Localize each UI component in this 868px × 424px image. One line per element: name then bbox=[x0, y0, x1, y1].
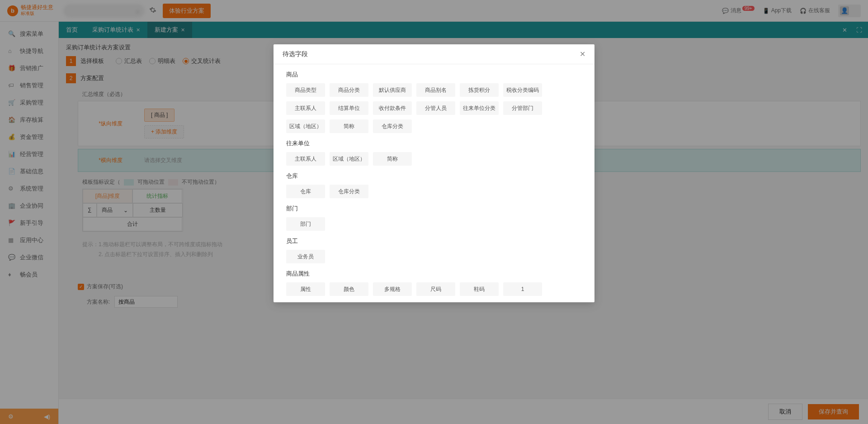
field-chip[interactable]: 业务员 bbox=[286, 250, 325, 263]
field-chip[interactable]: 主联系人 bbox=[286, 152, 325, 166]
field-chip[interactable]: 结算单位 bbox=[330, 101, 368, 115]
field-chip[interactable]: 仓库分类 bbox=[330, 185, 368, 198]
field-group-2: 仓库仓库仓库分类 bbox=[286, 172, 582, 198]
field-chip[interactable]: 往来单位分类 bbox=[460, 101, 499, 115]
field-chip[interactable]: 拣货积分 bbox=[460, 83, 499, 97]
field-group-0: 商品商品类型商品分类默认供应商商品别名拣货积分税收分类编码主联系人结算单位收付款… bbox=[286, 71, 582, 133]
field-chip[interactable]: 颜色 bbox=[330, 282, 368, 296]
field-chip[interactable]: 商品分类 bbox=[330, 83, 368, 97]
field-group-3: 部门部门 bbox=[286, 205, 582, 231]
field-group-5: 商品属性属性颜色多规格尺码鞋码1 bbox=[286, 270, 582, 296]
modal-close-icon[interactable]: ✕ bbox=[580, 50, 585, 58]
field-chip[interactable]: 简称 bbox=[330, 119, 368, 133]
modal-body: 商品商品类型商品分类默认供应商商品别名拣货积分税收分类编码主联系人结算单位收付款… bbox=[274, 64, 594, 302]
field-group-title: 商品属性 bbox=[286, 270, 582, 278]
field-chip[interactable]: 主联系人 bbox=[286, 101, 325, 115]
field-chip[interactable]: 仓库 bbox=[286, 185, 325, 198]
field-chip[interactable]: 分管人员 bbox=[416, 101, 455, 115]
field-group-title: 仓库 bbox=[286, 172, 582, 180]
field-selector-modal: 待选字段 ✕ 商品商品类型商品分类默认供应商商品别名拣货积分税收分类编码主联系人… bbox=[274, 44, 594, 302]
field-chip[interactable]: 分管部门 bbox=[503, 101, 542, 115]
field-chip[interactable]: 税收分类编码 bbox=[503, 83, 542, 97]
field-group-title: 员工 bbox=[286, 237, 582, 245]
field-group-title: 商品 bbox=[286, 71, 582, 79]
field-chip[interactable]: 收付款条件 bbox=[373, 101, 412, 115]
field-chip[interactable]: 部门 bbox=[286, 217, 325, 231]
field-chip[interactable]: 区域（地区） bbox=[330, 152, 368, 166]
field-chip[interactable]: 1 bbox=[503, 282, 542, 296]
field-group-4: 员工业务员 bbox=[286, 237, 582, 263]
field-chip[interactable]: 区域（地区） bbox=[286, 119, 325, 133]
field-chip[interactable]: 多规格 bbox=[373, 282, 412, 296]
field-chip[interactable]: 简称 bbox=[373, 152, 412, 166]
field-chip[interactable]: 鞋码 bbox=[460, 282, 499, 296]
field-group-title: 往来单位 bbox=[286, 139, 582, 148]
field-chip[interactable]: 仓库分类 bbox=[373, 119, 412, 133]
field-chip[interactable]: 商品别名 bbox=[416, 83, 455, 97]
field-chip[interactable]: 商品类型 bbox=[286, 83, 325, 97]
field-chip[interactable]: 默认供应商 bbox=[373, 83, 412, 97]
modal-title: 待选字段 bbox=[283, 50, 308, 58]
field-group-1: 往来单位主联系人区域（地区）简称 bbox=[286, 139, 582, 166]
modal-header: 待选字段 ✕ bbox=[274, 44, 594, 64]
field-chip[interactable]: 属性 bbox=[286, 282, 325, 296]
modal-overlay[interactable]: 待选字段 ✕ 商品商品类型商品分类默认供应商商品别名拣货积分税收分类编码主联系人… bbox=[0, 0, 868, 424]
field-chip[interactable]: 尺码 bbox=[416, 282, 455, 296]
field-group-title: 部门 bbox=[286, 205, 582, 213]
